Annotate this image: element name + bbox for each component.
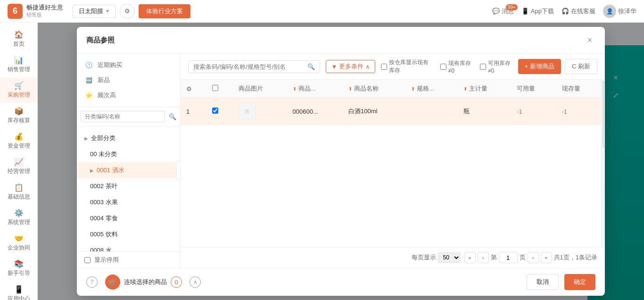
headset-icon: 🎧 xyxy=(561,8,569,15)
footer-left: ? 🛒 连续选择的商品 0 ∧ xyxy=(86,275,201,290)
th-code[interactable]: ⬆ 商品... xyxy=(287,80,343,98)
help-button[interactable]: ? xyxy=(86,276,98,288)
sidebar-item-label: 应用中心 xyxy=(8,295,30,300)
available-nonzero-checkbox[interactable] xyxy=(480,64,486,70)
warehouse-checkbox[interactable] xyxy=(381,64,387,70)
cat-water[interactable]: 0008 水 xyxy=(77,242,180,251)
sidebar-item-purchase[interactable]: 🛒 采购管理 xyxy=(0,77,37,103)
th-name[interactable]: ⬆ 商品名称 xyxy=(343,80,405,98)
sidebar-item-system[interactable]: ⚙️ 系统管理 xyxy=(0,205,37,230)
cat-beverage[interactable]: 0005 饮料 xyxy=(77,226,180,242)
footer-right: 取消 确定 xyxy=(527,274,595,290)
nav-selector[interactable]: 日太阳膜 ▼ xyxy=(73,5,116,18)
category-panel: 🕐 近期购买 🆕 新品 ⭐ 频次高 《 xyxy=(77,54,181,268)
sidebar-item-operations[interactable]: 📈 经营管理 xyxy=(0,154,37,179)
display-disabled-area: 显示停用 xyxy=(77,251,180,268)
stock-nonzero-checkbox[interactable] xyxy=(440,64,446,70)
table-row[interactable]: 1 图 000600... 白酒100ml xyxy=(181,98,601,125)
sidebar-item-guide[interactable]: 📚 新手引导 xyxy=(0,256,37,281)
sort-up-icon: ⬆ xyxy=(293,86,297,92)
filter-checkboxes: 按仓库显示现有库存 现有库存≠0 可用库存≠0 xyxy=(381,58,512,75)
trial-button[interactable]: 体验行业方案 xyxy=(139,4,190,18)
th-spec[interactable]: ⬆ 规格... xyxy=(405,80,457,98)
modal-footer: ? 🛒 连续选择的商品 0 ∧ 取消 确定 xyxy=(77,268,605,296)
category-list: ▶ 全部分类 00 未分类 ▶ 0001 酒水 0002 茶叶 xyxy=(77,126,180,251)
collab-icon: 🤝 xyxy=(14,234,24,243)
cat-uncategorized[interactable]: 00 未分类 xyxy=(77,146,180,162)
cat-liquor[interactable]: ▶ 0001 酒水 xyxy=(77,162,180,178)
first-page-button[interactable]: « xyxy=(464,252,476,263)
td-available: -1 xyxy=(511,98,556,125)
product-search-input[interactable] xyxy=(189,61,303,73)
message-icon: 💬 xyxy=(492,8,500,15)
user-avatar: 👤 xyxy=(603,5,616,18)
th-settings[interactable]: ⚙ xyxy=(181,80,206,98)
sidebar-item-label: 基础信息 xyxy=(8,193,30,201)
apps-icon: 📱 xyxy=(14,285,24,294)
sidebar-item-finance[interactable]: 💰 资金管理 xyxy=(0,128,37,154)
page-total-info: 共1页，1条记录 xyxy=(554,253,597,262)
cat-fruit[interactable]: 0003 水果 xyxy=(77,194,180,210)
cart-area[interactable]: 🛒 连续选择的商品 0 xyxy=(105,275,182,290)
cat-all[interactable]: ▶ 全部分类 xyxy=(77,130,180,146)
cat-snack[interactable]: 0004 零食 xyxy=(77,210,180,226)
quick-item-recent[interactable]: 🕐 近期购买 xyxy=(81,58,176,73)
page-number-input[interactable] xyxy=(499,252,518,263)
filter-more-button[interactable]: ▼ 更多条件 ∧ xyxy=(326,60,375,73)
product-search-icon[interactable]: 🔍 xyxy=(303,61,320,73)
product-table: ⚙ 商品图片 ⬆ 商品... xyxy=(181,80,601,125)
row-checkbox[interactable] xyxy=(212,108,218,114)
sidebar-item-home[interactable]: 🏠 首页 xyxy=(0,26,37,52)
sort-up-icon-2: ⬆ xyxy=(348,86,352,92)
cancel-button[interactable]: 取消 xyxy=(527,274,559,290)
refresh-button[interactable]: C 刷新 xyxy=(565,59,597,74)
sort-up-icon-3: ⬆ xyxy=(411,86,415,92)
logo-icon: 6 xyxy=(8,4,23,19)
td-current: -1 xyxy=(556,98,601,125)
basic-icon: 📋 xyxy=(14,183,24,192)
cart-icon: 🛒 xyxy=(105,275,120,290)
sidebar-item-inventory[interactable]: 📦 库存核算 xyxy=(0,103,37,128)
quick-item-frequent[interactable]: ⭐ 频次高 xyxy=(81,88,176,103)
last-page-button[interactable]: » xyxy=(541,252,552,263)
td-checkbox[interactable] xyxy=(206,98,233,125)
page-size-dropdown[interactable]: 50 xyxy=(438,252,461,263)
checkbox-warehouse[interactable]: 按仓库显示现有库存 xyxy=(381,58,432,75)
app-download-item[interactable]: 📱 App下载 xyxy=(521,7,554,16)
checkbox-stock-nonzero[interactable]: 现有库存≠0 xyxy=(440,59,473,74)
sidebar-item-collab[interactable]: 🤝 企业协同 xyxy=(0,230,37,256)
confirm-button[interactable]: 确定 xyxy=(564,274,595,290)
cat-tea[interactable]: 0002 茶叶 xyxy=(77,178,180,194)
sidebar-item-basic[interactable]: 📋 基础信息 xyxy=(0,179,37,205)
nav-right: 💬 消息 99+ 📱 App下载 🎧 在线客服 👤 徐泽华 xyxy=(492,5,636,18)
category-search-icon[interactable]: 🔍 xyxy=(169,113,176,120)
collapse-panel-button[interactable]: 《 xyxy=(176,161,181,180)
checkbox-available-nonzero[interactable]: 可用库存≠0 xyxy=(480,59,512,74)
table-scrollbar[interactable] xyxy=(601,80,605,247)
expand-button[interactable]: ∧ xyxy=(190,276,201,288)
select-all-checkbox[interactable] xyxy=(212,85,218,91)
gear-button[interactable]: ⚙ xyxy=(120,4,135,19)
th-unit[interactable]: ⬆ 主计量 xyxy=(458,80,512,98)
category-search-input[interactable] xyxy=(81,111,165,122)
home-icon: 🏠 xyxy=(14,30,24,39)
online-service-item[interactable]: 🎧 在线客服 xyxy=(561,7,595,16)
td-name: 白酒100ml xyxy=(343,98,405,125)
sidebar-item-apps[interactable]: 📱 应用中心 xyxy=(0,281,37,300)
next-page-button[interactable]: › xyxy=(528,252,539,263)
user-menu[interactable]: 👤 徐泽华 xyxy=(603,5,636,18)
messages-item[interactable]: 💬 消息 99+ xyxy=(492,7,514,16)
prev-page-button[interactable]: ‹ xyxy=(478,252,489,263)
modal-close-button[interactable]: × xyxy=(584,34,595,46)
table-header: ⚙ 商品图片 ⬆ 商品... xyxy=(181,80,601,98)
quick-item-new[interactable]: 🆕 新品 xyxy=(81,73,176,88)
th-checkbox[interactable] xyxy=(206,80,233,98)
content-panel: 🔍 ▼ 更多条件 ∧ 按仓库显示现有库存 xyxy=(181,54,605,268)
logo-area: 6 畅捷通好生意 销售版 xyxy=(8,4,63,19)
display-disabled-checkbox[interactable] xyxy=(84,257,91,263)
svg-text:图: 图 xyxy=(245,109,249,114)
sidebar-item-label: 企业协同 xyxy=(8,244,30,252)
filter-arrow-icon: ∧ xyxy=(365,63,370,70)
sidebar-item-sales[interactable]: 📊 销售管理 xyxy=(0,52,37,77)
add-product-button[interactable]: + 新增商品 xyxy=(518,59,561,74)
